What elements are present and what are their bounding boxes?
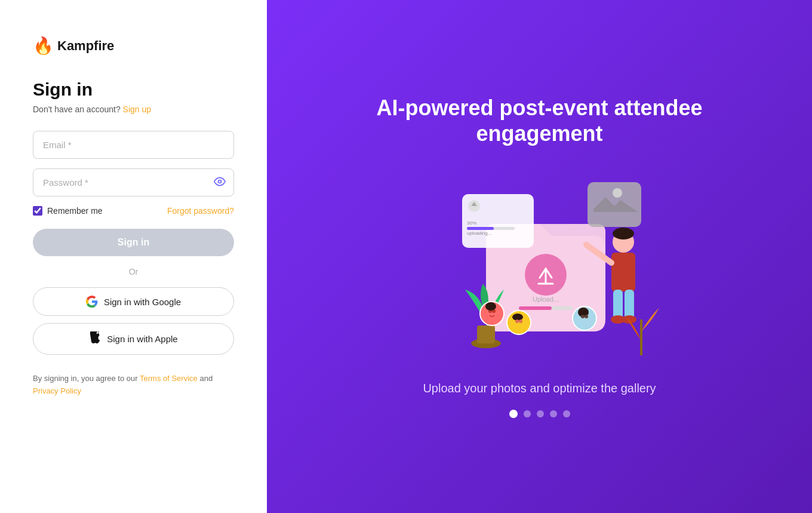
logo-text: Kampfire	[57, 38, 114, 54]
svg-rect-11	[467, 227, 494, 230]
email-input-group	[33, 131, 234, 159]
svg-rect-19	[613, 290, 623, 320]
forgot-password-link[interactable]: Forgot password?	[167, 206, 234, 216]
svg-point-40	[519, 320, 522, 323]
apple-signin-label: Sign in with Apple	[107, 334, 177, 344]
logo: 🔥 Kampfire	[33, 36, 234, 56]
svg-point-34	[581, 315, 585, 318]
right-panel: AI-powered post-event attendee engagemen…	[267, 0, 812, 513]
illustration: Upload... 30% uploading...	[426, 164, 653, 367]
svg-rect-14	[588, 182, 641, 227]
or-divider: Or	[33, 267, 234, 277]
terms-text: By signing in, you agree to our Terms of…	[33, 373, 234, 398]
remember-me-label[interactable]: Remember me	[33, 206, 103, 216]
password-input-group	[33, 168, 234, 196]
signin-button[interactable]: Sign in	[33, 229, 234, 256]
svg-rect-7	[519, 306, 552, 310]
apple-icon	[89, 331, 101, 346]
google-icon	[86, 296, 98, 308]
dot-1[interactable]	[509, 410, 518, 418]
password-field[interactable]	[33, 168, 234, 196]
dot-3[interactable]	[537, 410, 544, 417]
svg-text:30%: 30%	[467, 220, 476, 226]
remember-me-text: Remember me	[47, 206, 103, 216]
privacy-link[interactable]: Privacy Policy	[33, 386, 81, 395]
options-row: Remember me Forgot password?	[33, 206, 234, 216]
right-subtitle: Upload your photos and optimize the gall…	[423, 382, 656, 395]
signup-link[interactable]: Sign up	[123, 105, 151, 114]
svg-rect-17	[611, 253, 635, 291]
apple-signin-button[interactable]: Sign in with Apple	[33, 323, 234, 355]
svg-rect-25	[477, 325, 495, 343]
google-signin-button[interactable]: Sign in with Google	[33, 287, 234, 316]
dot-4[interactable]	[550, 410, 557, 417]
remember-me-checkbox[interactable]	[33, 206, 42, 216]
right-title: AI-powered post-event attendee engagemen…	[373, 95, 707, 146]
dot-5[interactable]	[563, 410, 570, 417]
svg-point-22	[622, 315, 636, 324]
carousel-dots	[509, 410, 570, 418]
terms-link[interactable]: Terms of Service	[140, 374, 198, 383]
page-title: Sign in	[33, 79, 234, 100]
svg-point-0	[219, 180, 222, 183]
svg-point-23	[613, 228, 634, 239]
signup-prompt: Don't have an account? Sign up	[33, 105, 234, 114]
google-signin-label: Sign in with Google	[104, 297, 181, 307]
flame-icon: 🔥	[33, 36, 54, 56]
email-field[interactable]	[33, 131, 234, 159]
svg-text:Upload...: Upload...	[532, 296, 558, 303]
svg-point-30	[485, 302, 496, 311]
svg-point-35	[585, 315, 588, 318]
svg-point-39	[515, 320, 519, 323]
show-password-icon[interactable]	[214, 176, 226, 190]
dot-2[interactable]	[524, 410, 531, 417]
svg-text:uploading...: uploading...	[467, 231, 491, 236]
left-panel: 🔥 Kampfire Sign in Don't have an account…	[0, 0, 267, 513]
svg-point-15	[613, 188, 622, 198]
svg-rect-20	[625, 290, 634, 320]
